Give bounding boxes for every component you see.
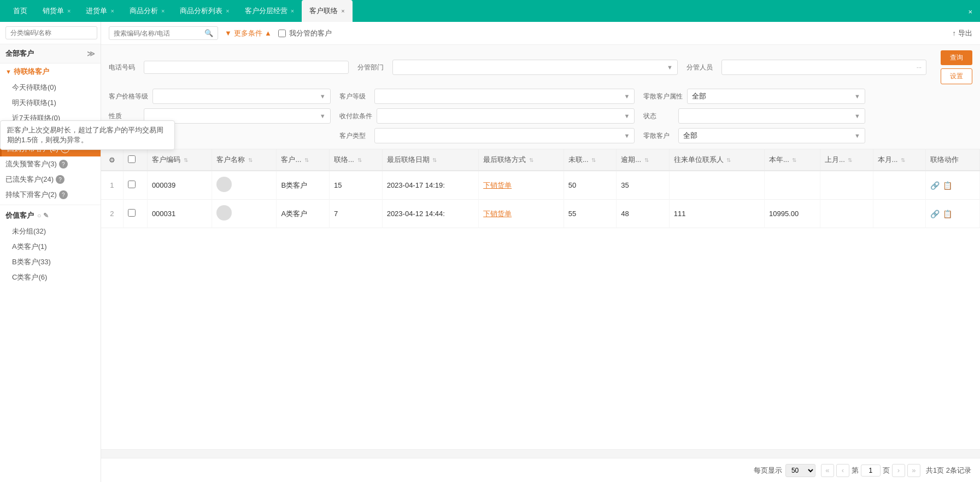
filter-row-1: 电话号码 分管部门 ▼ 分管人员 ··· — [109, 50, 972, 84]
sidebar-item-today[interactable]: 今天待联络(0) — [0, 80, 101, 95]
filter-search-input[interactable] — [114, 30, 202, 37]
set-button[interactable]: 设置 — [941, 68, 972, 84]
filter-price-level: 客户价格等级 ▼ — [109, 89, 331, 104]
last-page-button[interactable]: » — [907, 464, 920, 477]
page-navigation: « ‹ 第 页 › » — [821, 464, 920, 477]
filter-customer-level: 客户等级 ▼ — [339, 89, 635, 104]
filter-icon: ▼ — [225, 29, 232, 37]
phone-input[interactable] — [144, 61, 349, 74]
nav-home[interactable]: 首页 — [5, 0, 35, 22]
row-2-link-icon[interactable]: 🔗 — [930, 210, 940, 218]
sidebar-valuation-group[interactable]: 价值客户 ○ ✎ — [0, 207, 101, 224]
cell-last-contact-method-2[interactable]: 下销货单 — [479, 200, 564, 228]
nav-product-analysis-close[interactable]: × — [161, 8, 165, 14]
status-select[interactable]: ▼ — [678, 108, 865, 124]
sidebar-all-customers[interactable]: 全部客户 ≫ — [0, 44, 101, 63]
sidebar-item-ungrouped[interactable]: 未分组(32) — [0, 224, 101, 239]
cell-last-month-1 — [820, 171, 873, 200]
nav-customer-contact-close[interactable]: × — [341, 8, 344, 14]
sort-this-month-icon[interactable]: ⇅ — [901, 157, 905, 163]
sidebar-item-churned[interactable]: 已流失客户(24) ? — [0, 172, 101, 187]
valuation-edit-icon[interactable]: ○ ✎ — [37, 212, 49, 219]
sidebar-search-container: 🔍 — [0, 22, 101, 44]
sub-person-select[interactable]: ··· — [721, 60, 926, 75]
nav-sales-close[interactable]: × — [67, 8, 71, 14]
nav-customer-segment[interactable]: 客户分层经营 × — [237, 0, 302, 22]
sort-this-year-icon[interactable]: ⇅ — [792, 157, 796, 163]
cell-uncontacted-1: 50 — [564, 171, 617, 200]
nav-purchase-close[interactable]: × — [110, 8, 114, 14]
retail-customer-select[interactable]: 全部 ▼ — [678, 128, 865, 143]
sidebar-collapse-icon[interactable]: ≫ — [87, 49, 95, 58]
nav-customer-contact[interactable]: 客户联络 × — [302, 0, 352, 22]
table-col-overdue: 逾期... ⇅ — [617, 149, 670, 171]
page-input[interactable] — [861, 464, 881, 477]
row-1-link-icon[interactable]: 🔗 — [930, 181, 940, 190]
sidebar-item-c-class[interactable]: C类客户(6) — [0, 270, 101, 285]
prev-page-button[interactable]: ‹ — [836, 464, 849, 477]
retail-attr-label: 零散客户属性 — [643, 92, 683, 101]
data-table: ⚙ 客户编码 ⇅ 客户名称 ⇅ — [101, 149, 980, 228]
cell-this-month-1 — [873, 171, 926, 200]
sub-dept-select[interactable]: ▼ — [392, 60, 678, 75]
sidebar-item-a-class[interactable]: A类客户(1) — [0, 239, 101, 254]
action-buttons: 查询 设置 — [941, 50, 972, 84]
sidebar-group-pending[interactable]: ▼ 待联络客户 — [0, 63, 101, 80]
sort-contact-count-icon[interactable]: ⇅ — [357, 157, 362, 163]
nav-sales[interactable]: 销货单 × — [35, 0, 78, 22]
my-customers-checkbox[interactable] — [278, 30, 286, 37]
sort-last-month-icon[interactable]: ⇅ — [848, 157, 852, 163]
query-button[interactable]: 查询 — [941, 50, 972, 65]
per-page-select[interactable]: 50 20 100 — [785, 464, 815, 477]
sort-overdue-icon[interactable]: ⇅ — [644, 157, 649, 163]
cell-name-2 — [212, 200, 277, 228]
filter-search-icon[interactable]: 🔍 — [204, 29, 213, 37]
sidebar-item-declining[interactable]: 持续下滑客户(2) ? — [0, 187, 101, 202]
nav-product-analysis-list-close[interactable]: × — [226, 8, 229, 14]
sidebar-item-churn-warning[interactable]: 流失预警客户(3) ? — [0, 156, 101, 172]
sort-code-icon[interactable]: ⇅ — [184, 157, 188, 163]
row-1-checkbox[interactable] — [128, 181, 136, 188]
price-level-select[interactable]: ▼ — [152, 89, 331, 104]
sub-dept-chevron: ▼ — [667, 64, 673, 71]
customer-type-select[interactable]: ▼ — [374, 128, 635, 143]
sort-company-contact-icon[interactable]: ⇅ — [726, 157, 731, 163]
customer-type-label: 客户类型 — [339, 131, 370, 141]
retail-attr-select[interactable]: 全部 ▼ — [687, 89, 865, 104]
table-select-all[interactable] — [128, 155, 136, 163]
sort-name-icon[interactable]: ⇅ — [248, 157, 253, 163]
sort-date-icon[interactable]: ⇅ — [432, 157, 437, 163]
sidebar-group-pending-label: 待联络客户 — [14, 67, 49, 77]
first-page-button[interactable]: « — [821, 464, 834, 477]
sidebar-search-input[interactable] — [5, 26, 97, 39]
table-settings-col[interactable]: ⚙ — [101, 149, 123, 171]
nav-product-analysis[interactable]: 商品分析 × — [122, 0, 172, 22]
filter-more-conditions[interactable]: ▼ 更多条件 ▲ — [225, 28, 272, 38]
customer-level-select[interactable]: ▼ — [374, 89, 635, 104]
sidebar-item-b-class[interactable]: B类客户(33) — [0, 254, 101, 270]
row-2-actions: 🔗 📋 — [930, 210, 975, 218]
sort-method-icon[interactable]: ⇅ — [529, 157, 533, 163]
payment-select[interactable]: ▼ — [377, 108, 635, 124]
row-2-doc-icon[interactable]: 📋 — [943, 210, 952, 218]
global-close-button[interactable]: × — [968, 5, 972, 17]
sidebar-item-tomorrow[interactable]: 明天待联络(1) — [0, 95, 101, 111]
sort-type-icon[interactable]: ⇅ — [304, 157, 309, 163]
row-2-checkbox[interactable] — [128, 209, 136, 217]
nav-purchase[interactable]: 进货单 × — [78, 0, 121, 22]
table-col-last-month: 上月... ⇅ — [820, 149, 873, 171]
cell-checkbox-1 — [123, 171, 147, 200]
cell-this-year-2: 10995.00 — [764, 200, 820, 228]
row-1-doc-icon[interactable]: 📋 — [943, 181, 952, 190]
cell-type-2: A类客户 — [277, 200, 330, 228]
next-page-button[interactable]: › — [892, 464, 905, 477]
cell-no-2: 2 — [101, 200, 123, 228]
cell-last-contact-method-1[interactable]: 下销货单 — [479, 171, 564, 200]
export-button[interactable]: ↑ 导出 — [953, 28, 973, 38]
table-col-uncontacted: 未联... ⇅ — [564, 149, 617, 171]
sidebar-all-customers-label: 全部客户 — [5, 49, 34, 59]
sort-uncontacted-icon[interactable]: ⇅ — [591, 157, 596, 163]
nav-product-analysis-list[interactable]: 商品分析列表 × — [172, 0, 237, 22]
nav-customer-segment-close[interactable]: × — [291, 8, 294, 14]
horizontal-scrollbar[interactable] — [101, 449, 980, 458]
